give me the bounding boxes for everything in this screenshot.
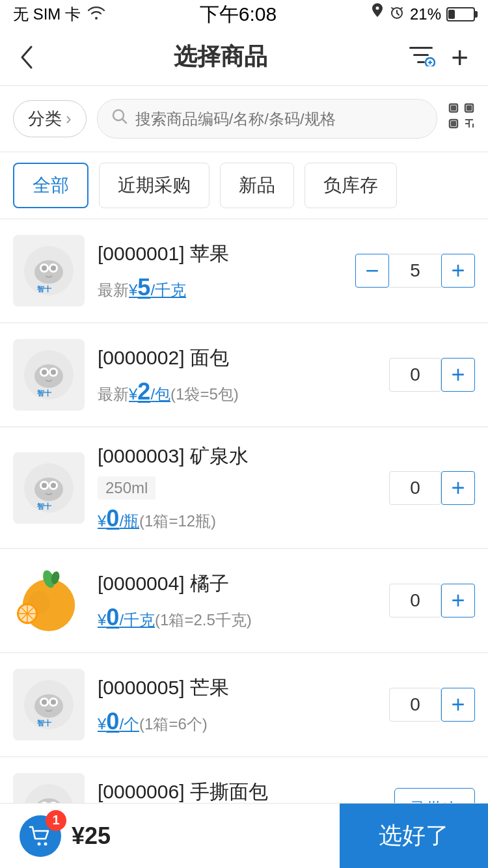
battery-percent: 21% xyxy=(410,5,441,23)
product-name: [0000001] 苹果 xyxy=(98,241,342,267)
svg-point-27 xyxy=(34,364,63,388)
tab-negative[interactable]: 负库存 xyxy=(305,163,397,208)
quantity-control: + xyxy=(389,688,475,722)
svg-rect-2 xyxy=(413,54,429,56)
scan-icon[interactable] xyxy=(448,102,475,135)
cart-section: 1 ¥25 xyxy=(0,815,340,857)
product-name: [0000003] 矿泉水 xyxy=(98,443,376,470)
product-price: 最新 ¥ 2 /包 (1袋=5包) xyxy=(98,378,376,405)
table-row: 智十 [0000005] 芒果 ¥ 0 /个 (1箱=6个) + xyxy=(0,653,488,756)
product-info: [0000001] 苹果 最新 ¥ 5 /千克 xyxy=(98,241,342,301)
qty-input[interactable] xyxy=(389,254,441,288)
quantity-control: + xyxy=(389,584,475,617)
wifi-icon xyxy=(87,5,105,23)
svg-point-23 xyxy=(42,265,47,271)
svg-point-24 xyxy=(51,265,56,271)
alarm-icon xyxy=(389,5,405,24)
product-name: [0000004] 橘子 xyxy=(98,571,376,597)
product-image xyxy=(13,565,85,636)
product-image: 智十 xyxy=(13,669,85,740)
product-image: 智十 xyxy=(13,339,85,411)
svg-rect-1 xyxy=(409,47,433,49)
back-button[interactable] xyxy=(20,44,34,70)
filter-icon[interactable] xyxy=(407,43,435,71)
svg-point-56 xyxy=(51,699,56,705)
product-price: 最新 ¥ 5 /千克 xyxy=(98,274,342,301)
search-icon xyxy=(111,107,129,130)
svg-point-30 xyxy=(42,370,47,375)
category-label: 分类 xyxy=(28,107,62,130)
status-time: 下午6:08 xyxy=(200,1,277,28)
carrier-text: 无 SIM 卡 xyxy=(13,4,81,25)
status-left: 无 SIM 卡 xyxy=(13,4,105,25)
svg-rect-3 xyxy=(417,61,425,63)
search-box xyxy=(97,99,437,139)
table-row: 智十 [0000003] 矿泉水 250ml ¥ 0 /瓶 (1箱=12瓶) + xyxy=(0,427,488,548)
qty-input[interactable] xyxy=(389,688,441,722)
svg-rect-12 xyxy=(467,105,472,111)
svg-point-37 xyxy=(42,483,47,488)
product-info: [0000002] 面包 最新 ¥ 2 /包 (1袋=5包) xyxy=(98,345,376,405)
product-price: ¥ 0 /千克 (1箱=2.5千克) xyxy=(98,604,376,631)
tab-all[interactable]: 全部 xyxy=(13,163,88,208)
svg-rect-14 xyxy=(451,121,456,126)
quantity-control: + xyxy=(389,471,475,505)
qty-plus-button[interactable]: + xyxy=(441,584,475,617)
nav-bar: 选择商品 + xyxy=(0,29,488,86)
qty-minus-button[interactable]: − xyxy=(355,254,389,288)
qty-plus-button[interactable]: + xyxy=(441,471,475,505)
svg-point-52 xyxy=(34,694,63,718)
product-name: [0000005] 芒果 xyxy=(98,675,376,701)
cart-total: ¥25 xyxy=(72,822,111,850)
svg-point-31 xyxy=(51,370,56,375)
product-list: 智十 [0000001] 苹果 最新 ¥ 5 /千克 − + xyxy=(0,219,488,868)
svg-text:智十: 智十 xyxy=(36,502,52,510)
svg-point-55 xyxy=(42,699,47,705)
product-info: [0000003] 矿泉水 250ml ¥ 0 /瓶 (1箱=12瓶) xyxy=(98,443,376,532)
product-price: ¥ 0 /个 (1箱=6个) xyxy=(98,708,376,735)
category-button[interactable]: 分类 › xyxy=(13,100,87,137)
qty-input[interactable] xyxy=(389,358,441,392)
status-right: 21% xyxy=(371,3,475,25)
filter-row: 分类 › xyxy=(0,86,488,152)
product-info: [0000004] 橘子 ¥ 0 /千克 (1箱=2.5千克) xyxy=(98,571,376,631)
nav-actions: + xyxy=(407,42,468,72)
category-arrow-icon: › xyxy=(66,109,72,129)
qty-plus-button[interactable]: + xyxy=(441,254,475,288)
tab-recent[interactable]: 近期采购 xyxy=(99,163,210,208)
confirm-button[interactable]: 选好了 xyxy=(340,804,488,869)
quantity-control: + xyxy=(389,358,475,392)
svg-text:智十: 智十 xyxy=(36,719,52,727)
qty-input[interactable] xyxy=(389,584,441,617)
cart-icon[interactable]: 1 xyxy=(20,815,61,857)
tab-new[interactable]: 新品 xyxy=(220,163,294,208)
svg-point-34 xyxy=(34,478,63,501)
product-image: 智十 xyxy=(13,452,85,524)
bottom-bar: 1 ¥25 选好了 xyxy=(0,803,488,868)
svg-text:智十: 智十 xyxy=(36,389,52,397)
svg-text:智十: 智十 xyxy=(36,285,52,293)
svg-point-20 xyxy=(34,260,63,284)
svg-point-73 xyxy=(44,842,47,845)
svg-point-38 xyxy=(51,483,56,488)
svg-point-72 xyxy=(38,842,41,845)
cart-badge: 1 xyxy=(46,810,66,831)
status-bar: 无 SIM 卡 下午6:08 21% xyxy=(0,0,488,29)
add-icon[interactable]: + xyxy=(451,42,468,72)
table-row: 智十 [0000002] 面包 最新 ¥ 2 /包 (1袋=5包) + xyxy=(0,323,488,426)
qty-plus-button[interactable]: + xyxy=(441,688,475,722)
product-price: ¥ 0 /瓶 (1箱=12瓶) xyxy=(98,505,376,532)
table-row: 智十 [0000001] 苹果 最新 ¥ 5 /千克 − + xyxy=(0,219,488,322)
qty-input[interactable] xyxy=(389,471,441,505)
product-name: [0000006] 手撕面包 xyxy=(98,779,381,806)
location-icon xyxy=(371,3,384,25)
product-info: [0000005] 芒果 ¥ 0 /个 (1箱=6个) xyxy=(98,675,376,735)
tab-row: 全部 近期采购 新品 负库存 xyxy=(0,152,488,219)
quantity-control: − + xyxy=(355,254,475,288)
qty-plus-button[interactable]: + xyxy=(441,358,475,392)
product-name: [0000002] 面包 xyxy=(98,345,376,372)
search-input[interactable] xyxy=(135,110,424,128)
page-title: 选择商品 xyxy=(174,41,267,73)
product-image: 智十 xyxy=(13,235,85,306)
product-spec: 250ml xyxy=(98,476,156,500)
